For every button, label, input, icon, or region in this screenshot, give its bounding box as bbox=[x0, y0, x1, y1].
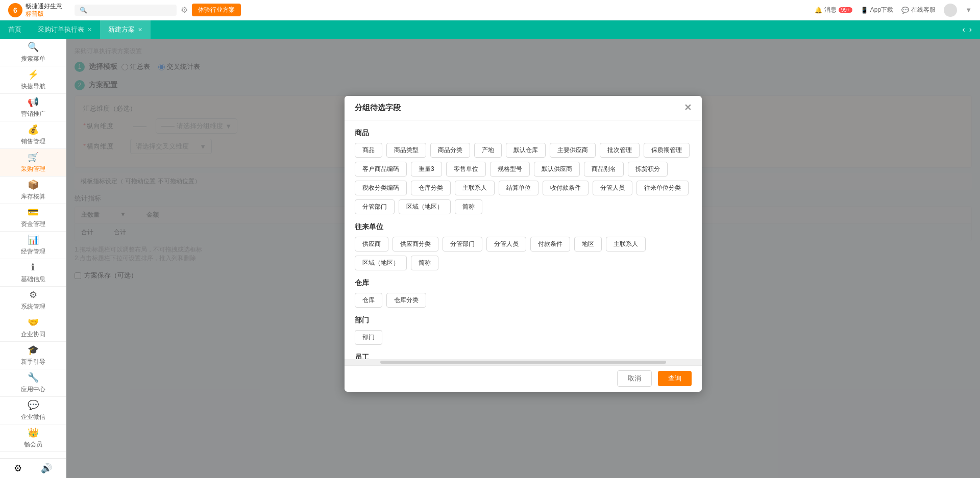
tab-new-plan-close[interactable]: ✕ bbox=[138, 27, 142, 33]
field-tag[interactable]: 部门 bbox=[355, 330, 382, 345]
field-tag[interactable]: 往来单位分类 bbox=[636, 181, 689, 195]
field-tag[interactable]: 分管部门 bbox=[443, 237, 482, 251]
content-area: 采购订单执行表方案设置 1 选择模板 汇总表 交叉统计表 bbox=[66, 39, 980, 478]
field-tag[interactable]: 主联系人 bbox=[455, 181, 495, 195]
cancel-button[interactable]: 取消 bbox=[617, 370, 652, 387]
section-staff-title: 员工 bbox=[355, 353, 692, 359]
warehouse-field-tags: 仓库仓库分类 bbox=[355, 293, 692, 308]
tab-new-plan[interactable]: 新建方案 ✕ bbox=[100, 20, 151, 39]
section-goods: 商品 商品商品类型商品分类产地默认仓库主要供应商批次管理保质期管理客户商品编码重… bbox=[355, 129, 692, 214]
field-tag[interactable]: 付款条件 bbox=[530, 237, 570, 251]
field-tag[interactable]: 产地 bbox=[474, 143, 502, 158]
sidebar-item-member[interactable]: 👑 畅会员 bbox=[0, 424, 66, 452]
sidebar-item-quick-nav[interactable]: ⚡ 快捷导航 bbox=[0, 66, 66, 94]
sidebar-item-guide[interactable]: 🎓 新手引导 bbox=[0, 342, 66, 369]
sidebar-item-sales[interactable]: 💰 销售管理 bbox=[0, 121, 66, 149]
sidebar-item-basic-info[interactable]: ℹ 基础信息 bbox=[0, 259, 66, 287]
field-tag[interactable]: 规格型号 bbox=[490, 162, 530, 177]
online-service-item[interactable]: 💬 在线客服 bbox=[901, 6, 936, 14]
field-tag[interactable]: 零售单位 bbox=[446, 162, 486, 177]
field-tag[interactable]: 主要供应商 bbox=[550, 143, 596, 158]
phone-icon: 📱 bbox=[861, 7, 868, 14]
field-tag[interactable]: 分管人员 bbox=[486, 237, 526, 251]
sidebar-item-system[interactable]: ⚙ 系统管理 bbox=[0, 287, 66, 314]
field-tag[interactable]: 结算单位 bbox=[499, 181, 538, 195]
finance-icon: 💳 bbox=[28, 207, 39, 218]
field-tag[interactable]: 商品类型 bbox=[386, 143, 426, 158]
field-tag[interactable]: 供应商分类 bbox=[393, 237, 438, 251]
field-tag[interactable]: 供应商 bbox=[355, 237, 388, 251]
app-download-item[interactable]: 📱 App下载 bbox=[861, 6, 893, 14]
field-tag[interactable]: 仓库分类 bbox=[411, 181, 451, 195]
section-staff: 员工 业务员 bbox=[355, 353, 692, 359]
field-tag[interactable]: 商品分类 bbox=[430, 143, 470, 158]
confirm-button[interactable]: 查询 bbox=[658, 371, 692, 386]
field-tag[interactable]: 拣货积分 bbox=[628, 162, 668, 177]
sidebar-item-sales-label: 销售管理 bbox=[21, 137, 45, 146]
notification-badge: 99+ bbox=[839, 7, 852, 13]
sidebar-item-search-label: 搜索菜单 bbox=[21, 55, 45, 63]
sidebar-item-search[interactable]: 🔍 搜索菜单 bbox=[0, 39, 66, 66]
field-tag[interactable]: 税收分类编码 bbox=[355, 181, 407, 195]
sidebar-item-marketing[interactable]: 📢 营销推广 bbox=[0, 94, 66, 121]
field-tag[interactable]: 仓库 bbox=[355, 293, 382, 308]
field-tag[interactable]: 仓库分类 bbox=[386, 293, 426, 308]
search-input[interactable] bbox=[90, 7, 162, 14]
sidebar-item-collab[interactable]: 🤝 企业协同 bbox=[0, 314, 66, 342]
avatar[interactable] bbox=[944, 4, 957, 17]
field-tag[interactable]: 重量3 bbox=[411, 162, 442, 177]
field-tag[interactable]: 分管人员 bbox=[593, 181, 632, 195]
field-tag[interactable]: 商品 bbox=[355, 143, 382, 158]
gear-icon-header[interactable]: ⚙ bbox=[181, 5, 188, 15]
header-right: 🔔 消息 99+ 📱 App下载 💬 在线客服 ▼ bbox=[815, 4, 972, 17]
modal-body[interactable]: 商品 商品商品类型商品分类产地默认仓库主要供应商批次管理保质期管理客户商品编码重… bbox=[345, 120, 702, 359]
sidebar-item-purchase[interactable]: 🛒 采购管理 bbox=[0, 149, 66, 177]
field-tag[interactable]: 区域（地区） bbox=[355, 256, 407, 270]
sidebar-sound-icon[interactable]: 🔊 bbox=[41, 463, 52, 474]
tab-purchase-order-close[interactable]: ✕ bbox=[87, 27, 92, 33]
sidebar-bottom: ⚙ 🔊 bbox=[0, 458, 66, 478]
section-partner: 往来单位 供应商供应商分类分管部门分管人员付款条件地区主联系人区域（地区）简称 bbox=[355, 222, 692, 270]
modal-close-btn[interactable]: ✕ bbox=[684, 103, 692, 112]
wechat-icon: 💬 bbox=[28, 399, 39, 411]
tab-home[interactable]: 首页 bbox=[0, 20, 30, 39]
experience-btn[interactable]: 体验行业方案 bbox=[192, 4, 241, 16]
field-tag[interactable]: 主联系人 bbox=[606, 237, 646, 251]
sidebar-item-operations[interactable]: 📊 经营管理 bbox=[0, 232, 66, 259]
field-tag[interactable]: 分管部门 bbox=[355, 199, 395, 214]
field-tag[interactable]: 简称 bbox=[411, 256, 438, 270]
sidebar-gear-icon[interactable]: ⚙ bbox=[14, 463, 22, 474]
notification-item[interactable]: 🔔 消息 99+ bbox=[815, 6, 852, 14]
tab-purchase-order[interactable]: 采购订单执行表 ✕ bbox=[30, 20, 100, 39]
partner-field-tags: 供应商供应商分类分管部门分管人员付款条件地区主联系人区域（地区）简称 bbox=[355, 237, 692, 270]
sidebar-item-wechat[interactable]: 💬 企业微信 bbox=[0, 397, 66, 424]
top-header: 6 畅捷通好生意 标普版 🔍 ⚙ 体验行业方案 🔔 消息 99+ 📱 App下载… bbox=[0, 0, 980, 20]
section-dept-title: 部门 bbox=[355, 316, 692, 325]
main-layout: 🔍 搜索菜单 ⚡ 快捷导航 📢 营销推广 💰 销售管理 🛒 采购管理 📦 库存核… bbox=[0, 39, 980, 478]
field-tag[interactable]: 商品别名 bbox=[584, 162, 624, 177]
sidebar-item-finance[interactable]: 💳 资金管理 bbox=[0, 204, 66, 232]
search-input-wrap[interactable]: 🔍 bbox=[75, 5, 177, 16]
section-dept: 部门 部门 bbox=[355, 316, 692, 345]
nav-tabs: 首页 采购订单执行表 ✕ 新建方案 ✕ ‹ › bbox=[0, 20, 980, 39]
operations-icon: 📊 bbox=[28, 234, 39, 245]
logo-icon: 6 bbox=[8, 3, 22, 17]
field-tag[interactable]: 批次管理 bbox=[600, 143, 640, 158]
nav-arrow-left[interactable]: ‹ bbox=[962, 25, 965, 34]
field-tag[interactable]: 收付款条件 bbox=[543, 181, 589, 195]
field-tag[interactable]: 默认供应商 bbox=[534, 162, 580, 177]
field-tag[interactable]: 区域（地区） bbox=[399, 199, 451, 214]
field-tag[interactable]: 保质期管理 bbox=[644, 143, 690, 158]
field-tag[interactable]: 简称 bbox=[455, 199, 482, 214]
field-tag[interactable]: 地区 bbox=[574, 237, 602, 251]
field-tag[interactable]: 默认仓库 bbox=[506, 143, 546, 158]
sidebar-item-inventory[interactable]: 📦 库存核算 bbox=[0, 177, 66, 204]
user-arrow-icon[interactable]: ▼ bbox=[965, 6, 972, 14]
dept-field-tags: 部门 bbox=[355, 330, 692, 345]
tab-new-plan-label: 新建方案 bbox=[108, 25, 135, 34]
sidebar-item-app-center[interactable]: 🔧 应用中心 bbox=[0, 369, 66, 397]
tab-purchase-order-label: 采购订单执行表 bbox=[38, 25, 84, 34]
nav-arrow-right[interactable]: › bbox=[969, 25, 972, 34]
modal-hscrollbar[interactable] bbox=[345, 359, 702, 365]
field-tag[interactable]: 客户商品编码 bbox=[355, 162, 407, 177]
